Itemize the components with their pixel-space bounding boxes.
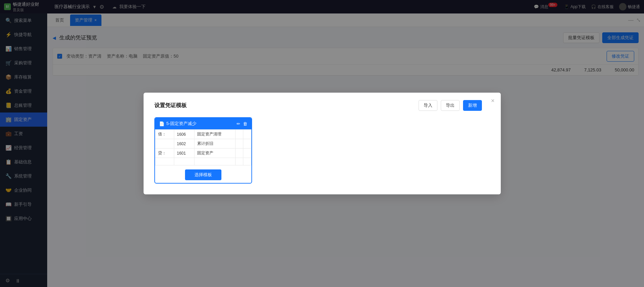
template-empty-row	[155, 158, 251, 165]
template-card-body: 借： 1606 固定资产清理 1602 累计折旧	[155, 129, 251, 165]
entry-side-3: 贷：	[155, 149, 174, 158]
entry-side-1: 借：	[155, 130, 174, 139]
template-entry-row: 1602 累计折旧	[155, 139, 251, 149]
template-card-footer: 选择模板	[155, 165, 251, 183]
template-edit-icon[interactable]: ✏	[237, 121, 240, 126]
template-header-actions: ✏ 🗑	[237, 121, 247, 126]
entry-credit-2	[243, 139, 251, 149]
entry-name-3: 固定资产	[194, 149, 235, 158]
entry-side-2	[155, 139, 174, 149]
template-entries-table: 借： 1606 固定资产清理 1602 累计折旧	[155, 129, 251, 165]
entry-credit-3	[243, 149, 251, 158]
modal-body: 📄 5-固定资产减少 ✏ 🗑 借： 1606 固	[154, 117, 490, 184]
modal-dialog: 设置凭证模板 × 导入 导出 新增 📄 5-固定资产减少 ✏ 🗑	[144, 93, 501, 194]
modal-overlay[interactable]: 设置凭证模板 × 导入 导出 新增 📄 5-固定资产减少 ✏ 🗑	[0, 0, 644, 287]
template-name: 5-固定资产减少	[166, 121, 197, 127]
import-button[interactable]: 导入	[419, 100, 437, 111]
entry-debit-2	[235, 139, 243, 149]
template-card-header: 📄 5-固定资产减少 ✏ 🗑	[155, 118, 251, 129]
entry-code-1: 1606	[174, 130, 194, 139]
entry-name-2: 累计折旧	[194, 139, 235, 149]
template-entry-row: 贷： 1601 固定资产	[155, 149, 251, 158]
template-delete-icon[interactable]: 🗑	[243, 121, 247, 126]
template-card: 📄 5-固定资产减少 ✏ 🗑 借： 1606 固	[154, 117, 252, 184]
entry-debit-3	[235, 149, 243, 158]
new-template-button[interactable]: 新增	[463, 100, 482, 111]
template-doc-icon: 📄	[159, 121, 164, 126]
entry-name-1: 固定资产清理	[194, 130, 235, 139]
entry-debit-1	[235, 130, 243, 139]
entry-code-2: 1602	[174, 139, 194, 149]
template-header-left: 📄 5-固定资产减少	[159, 121, 197, 127]
modal-actions: 导入 导出 新增	[419, 100, 482, 111]
template-entry-row: 借： 1606 固定资产清理	[155, 130, 251, 139]
modal-close-button[interactable]: ×	[491, 97, 495, 104]
select-template-button[interactable]: 选择模板	[185, 169, 221, 180]
entry-code-3: 1601	[174, 149, 194, 158]
entry-credit-1	[243, 130, 251, 139]
export-button[interactable]: 导出	[441, 100, 460, 111]
